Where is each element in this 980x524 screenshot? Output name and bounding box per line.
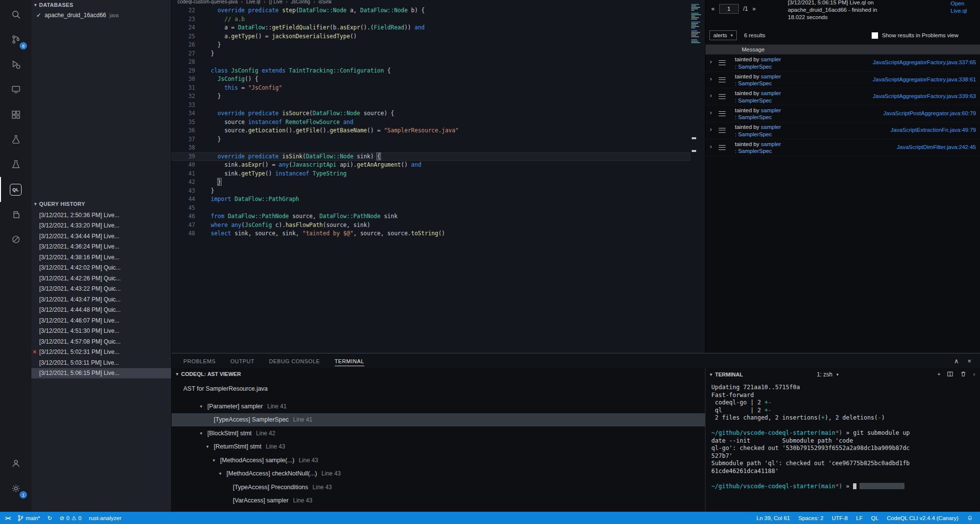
result-location-link[interactable]: JavaScriptAggregatorFactory.java:339:63 xyxy=(873,93,976,99)
sync-button[interactable]: ↻ xyxy=(48,515,52,522)
result-row[interactable]: ›tainted by sampler: SamplerSpecJavaScri… xyxy=(705,139,980,156)
remote-indicator[interactable]: >< xyxy=(5,515,10,521)
result-location-link[interactable]: JavaScriptDimFilter.java:242:45 xyxy=(897,144,976,150)
query-history-item[interactable]: [3/12/2021, 4:42:02 PM] Quic... xyxy=(31,263,171,274)
result-message-sub[interactable]: : SamplerSpec xyxy=(735,114,781,121)
query-history-item[interactable]: ×[3/12/2021, 5:02:31 PM] Live... xyxy=(31,347,171,358)
query-history-item[interactable]: [3/12/2021, 4:33:20 PM] Live... xyxy=(31,221,171,231)
codeql-activity-button[interactable]: QL xyxy=(0,177,31,202)
result-row[interactable]: ›tainted by sampler: SamplerSpecJavaScri… xyxy=(705,88,980,105)
container-activity-button[interactable] xyxy=(0,202,31,227)
result-location-link[interactable]: JavaScriptAggregatorFactory.java:338:61 xyxy=(873,76,976,82)
result-row[interactable]: ›tainted by sampler: SamplerSpecJavaScri… xyxy=(705,54,980,72)
code-line[interactable]: 36 source.getLocation().getFile().getBas… xyxy=(172,126,690,135)
results-view-select[interactable]: alerts ▾ xyxy=(709,30,737,40)
breadcrumb-item[interactable]: codeql-custom-queries-java xyxy=(177,0,238,4)
result-message-link[interactable]: sampler xyxy=(761,90,781,96)
query-history-item[interactable]: [3/12/2021, 4:43:22 PM] Quic... xyxy=(31,284,171,295)
query-history-item[interactable]: [3/12/2021, 5:06:15 PM] Live... xyxy=(31,368,171,379)
code-line[interactable]: 23 // a.b xyxy=(172,15,690,24)
query-history-item[interactable]: [3/12/2021, 4:36:24 PM] Live... xyxy=(31,242,171,252)
ast-viewer-header[interactable]: ▾ CODEQL: AST VIEWER xyxy=(172,368,705,380)
query-history-header[interactable]: ▾ QUERY HISTORY xyxy=(31,199,171,209)
chevron-right-icon[interactable]: › xyxy=(710,109,712,116)
settings-activity-button[interactable]: 1 xyxy=(0,476,31,501)
code-line[interactable]: 39 override predicate isSink(DataFlow::N… xyxy=(172,152,690,161)
minimap[interactable] xyxy=(691,4,704,44)
code-line[interactable]: 47where any(JsConfig c).hasFlowPath(sour… xyxy=(172,221,690,230)
next-page-button[interactable]: » xyxy=(753,5,756,12)
databases-section-header[interactable]: ▾ DATABASES xyxy=(31,0,171,10)
code-line[interactable]: 25 a.getType() = jacksonDeserialisedType… xyxy=(172,32,690,41)
split-terminal-icon[interactable] xyxy=(947,371,954,377)
codeql-databases-activity-button[interactable] xyxy=(0,152,31,177)
code-line[interactable]: 41 sink.getType() instanceof TypeString xyxy=(172,170,690,178)
encoding-indicator[interactable]: UTF-8 xyxy=(832,515,848,521)
code-line[interactable]: 33 xyxy=(172,101,690,110)
query-history-item[interactable]: [3/12/2021, 4:46:07 PM] Live... xyxy=(31,315,171,326)
code-line[interactable]: 29class JsConfig extends TaintTracking::… xyxy=(172,67,690,75)
code-line[interactable]: 42 } xyxy=(172,178,690,187)
problems-indicator[interactable]: ⊘ 0 ⚠ 0 xyxy=(59,515,81,522)
editor[interactable]: codeql-custom-queries-java›Live.ql›{} Li… xyxy=(172,0,705,353)
code-line[interactable]: 24 a = DataFlow::getFieldQualifier(b.asE… xyxy=(172,24,690,32)
code-line[interactable]: 32 } xyxy=(172,92,690,101)
result-message-sub[interactable]: : SamplerSpec xyxy=(735,131,781,138)
prev-page-button[interactable]: « xyxy=(711,5,715,12)
account-activity-button[interactable] xyxy=(0,451,31,476)
breadcrumb-item[interactable]: {} Live xyxy=(269,0,282,4)
ast-node[interactable]: ▾[Parameter] samplerLine 41 xyxy=(172,399,705,413)
query-history-item[interactable]: [3/12/2021, 2:50:36 PM] Live... xyxy=(31,210,171,221)
ast-node[interactable]: ▾[ReturnStmt] stmtLine 43 xyxy=(172,440,705,454)
ast-node[interactable]: ▾[MethodAccess] sample(...)Line 43 xyxy=(172,453,705,467)
language-mode[interactable]: QL xyxy=(871,515,879,521)
result-message-link[interactable]: sampler xyxy=(761,124,781,130)
panel-tab-output[interactable]: OUTPUT xyxy=(230,356,254,366)
language-server-status[interactable]: rust-analyzer xyxy=(89,515,121,521)
remote-explorer-activity-button[interactable] xyxy=(0,77,31,102)
code-line[interactable]: 40 sink.asExpr() = any(JavascriptApi api… xyxy=(172,161,690,170)
query-history-item[interactable]: [3/12/2021, 4:51:30 PM] Live... xyxy=(31,326,171,337)
new-terminal-button[interactable]: + xyxy=(937,371,940,377)
panel-tab-terminal[interactable]: TERMINAL xyxy=(335,356,364,366)
problems-view-checkbox[interactable] xyxy=(872,32,878,39)
result-location-link[interactable]: JavaScriptPostAggregator.java:60:79 xyxy=(883,110,976,116)
ast-node[interactable]: [TypeAccess] PreconditionsLine 43 xyxy=(172,480,705,494)
panel-tab-problems[interactable]: PROBLEMS xyxy=(183,356,216,366)
query-history-item[interactable]: [3/12/2021, 4:34:44 PM] Live... xyxy=(31,231,171,242)
query-history-item[interactable]: [3/12/2021, 4:57:08 PM] Quic... xyxy=(31,336,171,347)
circle-slash-activity-button[interactable] xyxy=(0,227,31,252)
code-line[interactable]: 28 xyxy=(172,58,690,67)
code-line[interactable]: 37 } xyxy=(172,135,690,144)
code-line[interactable]: 34 override predicate isSource(DataFlow:… xyxy=(172,109,690,118)
result-message-sub[interactable]: : SamplerSpec xyxy=(735,97,781,104)
result-row[interactable]: ›tainted by sampler: SamplerSpecJavaScri… xyxy=(705,105,980,123)
code-line[interactable]: 35 source instanceof RemoteFlowSource an… xyxy=(172,118,690,127)
code-line[interactable]: 22 override predicate step(DataFlow::Nod… xyxy=(172,6,690,15)
code-line[interactable]: 43} xyxy=(172,187,690,196)
panel-chevron-right-icon[interactable]: › xyxy=(973,371,975,377)
result-message-link[interactable]: sampler xyxy=(761,56,781,62)
chevron-right-icon[interactable]: › xyxy=(710,92,712,99)
breadcrumb-item[interactable]: Live.ql xyxy=(246,0,260,4)
result-row[interactable]: ›tainted by sampler: SamplerSpecJavaScri… xyxy=(705,72,980,89)
extensions-activity-button[interactable] xyxy=(0,102,31,127)
eol-indicator[interactable]: LF xyxy=(856,515,862,521)
maximize-panel-button[interactable]: ∧ xyxy=(954,357,959,365)
code-line[interactable]: 44import DataFlow::PathGraph xyxy=(172,195,690,204)
run-debug-activity-button[interactable] xyxy=(0,52,31,77)
chevron-right-icon[interactable]: › xyxy=(710,126,712,133)
code-line[interactable]: 48select sink, source, sink, "tainted by… xyxy=(172,229,690,238)
query-history-item[interactable]: [3/12/2021, 4:44:48 PM] Quic... xyxy=(31,305,171,316)
bell-icon[interactable] xyxy=(967,515,973,522)
open-query-link[interactable]: Open Live.ql xyxy=(951,0,977,15)
page-number-input[interactable]: 1 xyxy=(719,4,739,14)
close-panel-button[interactable]: × xyxy=(967,357,971,365)
code-line[interactable]: 30 JsConfig() { xyxy=(172,75,690,84)
terminal-body[interactable]: Updating 721aa10..5715f0aFast-forward co… xyxy=(711,384,976,510)
code-line[interactable]: 27} xyxy=(172,50,690,58)
result-location-link[interactable]: JavaScriptExtractionFn.java:49:79 xyxy=(890,127,976,133)
breadcrumb-item[interactable]: JsConfig xyxy=(291,0,310,4)
search-activity-button[interactable] xyxy=(0,2,31,27)
indentation-indicator[interactable]: Spaces: 2 xyxy=(799,515,824,521)
